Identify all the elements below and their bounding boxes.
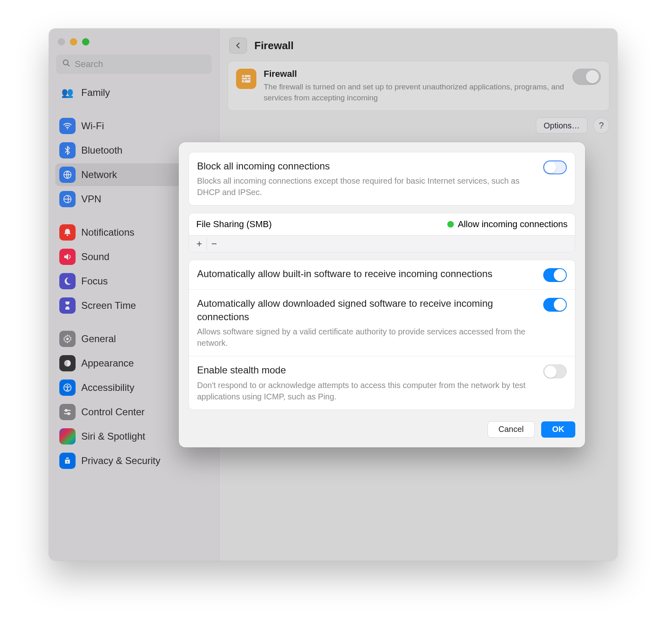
block-desc: Blocks all incoming connections except t…: [197, 175, 536, 198]
service-row[interactable]: File Sharing (SMB) Allow incoming connec…: [189, 213, 575, 235]
block-section: Block all incoming connections Blocks al…: [189, 152, 575, 206]
stealth-desc: Don't respond to or acknowledge attempts…: [197, 380, 536, 402]
dialog-actions: Cancel OK: [189, 421, 575, 438]
builtin-title: Automatically allow built-in software to…: [197, 267, 536, 280]
add-service-button[interactable]: +: [192, 237, 207, 250]
signed-title: Automatically allow downloaded signed so…: [197, 297, 536, 323]
block-title: Block all incoming connections: [197, 160, 536, 173]
signed-desc: Allows software signed by a valid certif…: [197, 326, 536, 349]
block-toggle[interactable]: [543, 161, 567, 174]
service-status: Allow incoming connections: [447, 219, 568, 230]
builtin-toggle[interactable]: [543, 268, 567, 282]
settings-window: 👥 Family Wi-Fi Bluetooth Ne: [49, 28, 618, 561]
services-section: File Sharing (SMB) Allow incoming connec…: [189, 213, 575, 252]
service-tools: + −: [189, 235, 575, 252]
signed-toggle[interactable]: [543, 298, 567, 312]
service-status-label: Allow incoming connections: [458, 219, 568, 230]
ok-button[interactable]: OK: [541, 421, 575, 438]
status-dot-icon: [447, 221, 454, 228]
firewall-options-dialog: Block all incoming connections Blocks al…: [179, 142, 585, 447]
allow-section: Automatically allow built-in software to…: [189, 260, 575, 410]
cancel-button[interactable]: Cancel: [488, 421, 535, 438]
service-name: File Sharing (SMB): [196, 219, 272, 230]
stealth-title: Enable stealth mode: [197, 364, 536, 377]
stealth-toggle[interactable]: [543, 364, 567, 378]
remove-service-button[interactable]: −: [207, 237, 221, 250]
